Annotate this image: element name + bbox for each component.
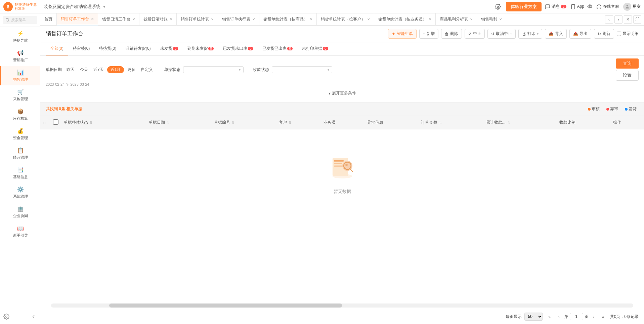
sidebar-item-sales[interactable]: 📊 销售管理 bbox=[0, 66, 40, 85]
first-page-btn[interactable]: « bbox=[546, 313, 554, 321]
filter-tab-not-printed[interactable]: 未打印单据0 bbox=[297, 42, 333, 55]
sidebar-item-enterprise[interactable]: 🏢 企业协同 bbox=[0, 202, 40, 222]
tab-close-sales-gross[interactable]: ✕ bbox=[499, 17, 502, 21]
tab-sales-summary-staff[interactable]: 销货单统计表（按业务员） ✕ bbox=[374, 13, 436, 26]
filter-tab-all[interactable]: 全部(0) bbox=[46, 42, 68, 55]
sort-status-icon[interactable]: ⇅ bbox=[90, 121, 92, 124]
tab-cash-reconcile[interactable]: 钱货日清对账 ✕ bbox=[139, 13, 177, 26]
sidebar-item-operations[interactable]: 📋 经营管理 bbox=[0, 144, 40, 163]
date-btn-more[interactable]: 更多 bbox=[125, 66, 137, 73]
online-service-btn[interactable]: 在线客服 bbox=[596, 4, 619, 9]
date-range-display: 2023-02-24 至 2023-03-24 bbox=[46, 82, 639, 87]
sidebar-item-inventory[interactable]: 📦 库存核算 bbox=[0, 105, 40, 124]
sidebar-item-quick-nav[interactable]: ⚡ 快捷导航 bbox=[0, 27, 40, 46]
sort-collected-icon[interactable]: ⇅ bbox=[507, 121, 510, 124]
select-all-checkbox[interactable] bbox=[53, 119, 58, 125]
filter-tab-not-shipped[interactable]: 未发货0 bbox=[156, 42, 183, 55]
sort-number-icon[interactable]: ⇅ bbox=[232, 121, 234, 124]
import-btn[interactable]: 📥 导入 bbox=[545, 29, 567, 39]
sort-customer-icon[interactable]: ⇅ bbox=[289, 121, 291, 124]
tab-close-staff[interactable]: ✕ bbox=[429, 17, 431, 21]
filter-tab-pending-review[interactable]: 待审核(0) bbox=[68, 42, 95, 55]
tab-sales-summary-product[interactable]: 销货单统计表（按商品） ✕ bbox=[259, 13, 317, 26]
filter-tab-shipped-not-out[interactable]: 已发货未出库0 bbox=[218, 42, 258, 55]
tab-home[interactable]: 首页 bbox=[40, 13, 57, 26]
sort-date-icon[interactable]: ⇅ bbox=[167, 121, 170, 124]
filter-tab-expired[interactable]: 到期未发货0 bbox=[183, 42, 218, 55]
tab-close-sales-order[interactable]: ✕ bbox=[91, 17, 94, 21]
smart-create-btn[interactable]: ★ 智能生单 bbox=[388, 29, 417, 39]
data-table: ⠿ 单据整体状态 ⇅ 单据日期 ⇅ bbox=[40, 116, 644, 129]
filter-tab-shipped-out[interactable]: 已发货已出库0 bbox=[258, 42, 297, 55]
date-btn-1month[interactable]: 近1月 bbox=[107, 66, 124, 73]
message-btn[interactable]: 消息 6 bbox=[545, 4, 566, 9]
tab-close-sales-stat[interactable]: ✕ bbox=[211, 17, 214, 21]
date-btn-today[interactable]: 今天 bbox=[78, 66, 90, 73]
sidebar-item-capital[interactable]: 💰 资金管理 bbox=[0, 124, 40, 144]
audit-action-btn[interactable]: 审核 bbox=[586, 105, 602, 113]
sidebar-item-basic-info[interactable]: 📑 基础信息 bbox=[0, 163, 40, 183]
sidebar-item-guide[interactable]: 📖 新手引导 bbox=[0, 222, 40, 241]
tab-close-gross-profit[interactable]: ✕ bbox=[470, 17, 473, 21]
tab-gross-profit[interactable]: 商品毛利分析表 ✕ bbox=[436, 13, 477, 26]
date-btn-7days[interactable]: 近7天 bbox=[91, 66, 106, 73]
filter-tab-pending-inspect[interactable]: 待拣货(0) bbox=[94, 42, 121, 55]
horizontal-scrollbar[interactable] bbox=[51, 303, 633, 308]
tab-fullscreen-btn[interactable]: ⛶ bbox=[633, 15, 641, 24]
industry-btn[interactable]: 体验行业方案 bbox=[506, 2, 542, 11]
sidebar-search[interactable]: 搜索菜单 bbox=[0, 13, 40, 27]
user-area[interactable]: 用友 bbox=[623, 3, 641, 11]
display-detail-checkbox[interactable] bbox=[617, 32, 621, 36]
sort-amount-icon[interactable]: ⇅ bbox=[439, 121, 442, 124]
tab-close-sales-exec[interactable]: ✕ bbox=[252, 17, 255, 21]
tab-cash-daily[interactable]: 钱货日清工作台 ✕ bbox=[98, 13, 139, 26]
delete-btn[interactable]: 🗑 删除 bbox=[441, 29, 462, 39]
cancel-stop-btn[interactable]: ↺ 取消中止 bbox=[487, 29, 516, 39]
tab-close-all-btn[interactable]: ✕ bbox=[624, 15, 632, 24]
sidebar-item-purchase[interactable]: 🛒 采购管理 bbox=[0, 85, 40, 105]
tab-sales-exec[interactable]: 销售订单执行表 ✕ bbox=[218, 13, 259, 26]
app-download-btn[interactable]: App下载 bbox=[570, 4, 592, 9]
sidebar-settings-icon[interactable] bbox=[3, 314, 9, 321]
expand-btn[interactable]: ▾ 展开更多条件 bbox=[323, 88, 361, 98]
table-toolbar: 共找到 0条 相关单据 审核 弃审 发货 bbox=[40, 103, 644, 116]
tab-sales-stat[interactable]: 销售订单统计表 ✕ bbox=[177, 13, 218, 26]
date-btn-custom[interactable]: 自定义 bbox=[139, 66, 155, 73]
sidebar-collapse-icon[interactable] bbox=[31, 314, 37, 321]
scroll-thumb[interactable] bbox=[109, 303, 342, 308]
sidebar-item-system[interactable]: ⚙️ 系统管理 bbox=[0, 183, 40, 202]
page-number-input[interactable] bbox=[570, 313, 583, 320]
filter-tab-wangpu[interactable]: 旺铺待发货(0) bbox=[121, 42, 156, 55]
tab-next-btn[interactable]: › bbox=[614, 15, 622, 24]
col-checkbox[interactable] bbox=[50, 116, 61, 129]
query-btn[interactable]: 查询 bbox=[616, 58, 639, 69]
export-btn[interactable]: 📤 导出 bbox=[569, 29, 591, 39]
stop-btn[interactable]: ⊘ 中止 bbox=[465, 29, 485, 39]
tab-close-cash-daily[interactable]: ✕ bbox=[132, 17, 135, 21]
add-btn[interactable]: + 新增 bbox=[419, 29, 438, 39]
print-btn[interactable]: 🖨 打印 ▾ bbox=[518, 29, 542, 39]
tab-close-cash-reconcile[interactable]: ✕ bbox=[170, 17, 172, 21]
page-size-select[interactable]: 50 10 20 100 bbox=[524, 313, 543, 321]
next-page-btn[interactable]: › bbox=[590, 313, 598, 321]
payment-filter-select[interactable]: ▾ bbox=[272, 66, 332, 73]
refresh-btn[interactable]: ↻ 刷新 bbox=[594, 29, 614, 39]
prev-page-btn[interactable]: ‹ bbox=[555, 313, 563, 321]
tab-close-customer[interactable]: ✕ bbox=[367, 17, 370, 21]
status-filter-select[interactable]: ▾ bbox=[183, 66, 244, 73]
cancel-audit-action-btn[interactable]: 弃审 bbox=[604, 105, 620, 113]
tab-sales-summary-customer[interactable]: 销货单统计表（按客户） ✕ bbox=[317, 13, 374, 26]
tab-prev-btn[interactable]: ‹ bbox=[605, 15, 613, 24]
setting-btn[interactable]: 设置 bbox=[616, 70, 639, 81]
settings-gear-icon[interactable] bbox=[493, 2, 503, 11]
svg-rect-1 bbox=[571, 4, 574, 9]
tab-close-product[interactable]: ✕ bbox=[310, 17, 312, 21]
ship-action-btn[interactable]: 发货 bbox=[623, 105, 639, 113]
date-btn-yesterday[interactable]: 昨天 bbox=[65, 66, 77, 73]
tab-sales-gross[interactable]: 销售毛利 ✕ bbox=[477, 13, 506, 26]
sidebar-item-marketing[interactable]: 📢 营销推广 bbox=[0, 46, 40, 66]
filter-tabs: 全部(0) 待审核(0) 待拣货(0) 旺铺待发货(0) 未发货0 到期未发货0 bbox=[40, 42, 644, 56]
last-page-btn[interactable]: » bbox=[599, 313, 607, 321]
display-detail-label[interactable]: 显示明细 bbox=[617, 31, 639, 37]
tab-sales-order[interactable]: 销售订单工作台 ✕ bbox=[57, 13, 98, 26]
